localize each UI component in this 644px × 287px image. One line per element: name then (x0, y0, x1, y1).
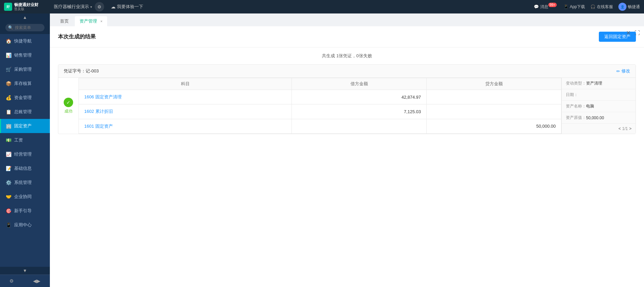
sidebar-item-basic-info[interactable]: 📝 基础信息 (0, 161, 50, 176)
enterprise-icon: 🤝 (5, 194, 11, 199)
online-service-label: 在线客服 (597, 4, 613, 10)
notification-item[interactable]: 💬 消息 99+ (534, 4, 558, 10)
tab-home-label: 首页 (60, 19, 69, 24)
inventory-icon: 📦 (5, 81, 11, 86)
sidebar-item-enterprise[interactable]: 🤝 企业协同 (0, 190, 50, 204)
table-row: 1602 累计折旧 7,125.03 (79, 104, 561, 119)
scroll-up-arrow[interactable]: ▲ (0, 13, 50, 21)
company-selector[interactable]: 医疗器械行业演示 ▾ (54, 4, 92, 10)
subject-cell-2: 1602 累计折旧 (79, 104, 292, 119)
check-circle-icon: ✓ (64, 98, 73, 107)
ledger-icon: 📋 (5, 109, 11, 115)
logo-sub: 普及版 (14, 7, 38, 11)
top-center: 医疗器械行业演示 ▾ ⚙ ☁ 我要体验一下 (54, 2, 534, 11)
settings-icon[interactable]: ⚙ (95, 2, 104, 11)
sidebar-label-inventory: 库存核算 (14, 81, 32, 87)
tab-home[interactable]: 首页 (55, 16, 73, 26)
sidebar-label-basic-info: 基础信息 (14, 165, 32, 171)
edit-label: 修改 (621, 68, 630, 74)
sidebar-item-payroll[interactable]: 💵 工资 (0, 133, 50, 147)
asset-name-row: 资产名称： 电脑 (562, 101, 636, 112)
sidebar-item-search[interactable]: 🔍 (0, 21, 50, 34)
online-service-item[interactable]: 🎧 在线客服 (590, 4, 613, 10)
logo-icon: 好 (4, 3, 12, 11)
top-right: 💬 消息 99+ 📱 App下载 🎧 在线客服 👤 畅捷通 (534, 3, 640, 11)
sidebar-item-system[interactable]: ⚙️ 系统管理 (0, 176, 50, 190)
date-row: 日期： (562, 89, 636, 101)
tab-bar: 首页 资产管理 × (50, 13, 644, 26)
fund-icon: 💰 (5, 95, 11, 100)
col-credit: 贷方金额 (427, 78, 561, 90)
change-type-value: 资产清理 (586, 81, 602, 86)
side-info-panel: 变动类型： 资产清理 日期： 资产名称： 电脑 资产原值： (561, 78, 636, 134)
voucher-table: 科目 借方金额 贷方金额 1606 固定资产清理 42,874.97 (79, 78, 561, 134)
sidebar-bottom: ⚙ ◀▶ (0, 275, 50, 287)
change-type-row: 变动类型： 资产清理 (562, 78, 636, 89)
search-small-icon: 🔍 (8, 25, 13, 30)
logo-main: 畅捷通好业财 (14, 2, 38, 7)
original-value-row: 资产原值： 50,000.00 (562, 112, 636, 124)
sidebar-item-app-center[interactable]: 📱 应用中心 (0, 218, 50, 232)
result-summary: 共生成 1张凭证，0张失败 (50, 47, 644, 64)
app-download-item[interactable]: 📱 App下载 (563, 4, 585, 10)
sidebar-label-quick-nav: 快捷导航 (14, 38, 32, 44)
basic-info-icon: 📝 (5, 166, 11, 171)
headset-icon: 🎧 (590, 4, 595, 9)
sidebar-item-sales[interactable]: 📊 销售管理 (0, 48, 50, 62)
main-layout: ▲ 🔍 🏠 快捷导航 📊 销售管理 🛒 采购管理 📦 (0, 13, 644, 287)
tab-asset-mgmt[interactable]: 资产管理 × (75, 16, 107, 26)
sidebar-item-quick-nav[interactable]: 🏠 快捷导航 (0, 34, 50, 48)
sidebar-label-ledger: 总账管理 (14, 109, 32, 115)
sidebar-item-guide[interactable]: 🎯 新手引导 (0, 204, 50, 218)
original-value-label: 资产原值： (566, 115, 586, 121)
sidebar-item-fund[interactable]: 💰 资金管理 (0, 91, 50, 105)
collapse-icon[interactable]: ◀▶ (33, 278, 40, 284)
credit-cell-1 (427, 90, 561, 104)
table-row: 1601 固定资产 50,000.00 (79, 119, 561, 133)
content-area: 首页 资产管理 × ✕ ⛶ 本次生成的结果 返回固定资产 共生成 1张凭证，0张… (50, 13, 644, 287)
tab-close-icon[interactable]: × (100, 19, 102, 23)
purchase-icon: 🛒 (5, 67, 11, 72)
sidebar-item-fixed-assets[interactable]: 🏢 固定资产 (0, 119, 50, 133)
original-value-value: 50,000.00 (586, 116, 604, 120)
user-item[interactable]: 👤 畅捷通 (618, 3, 640, 11)
settings-bottom-icon[interactable]: ⚙ (9, 278, 14, 284)
sidebar-label-management: 经营管理 (14, 151, 32, 157)
experience-button[interactable]: ☁ 我要体验一下 (111, 4, 143, 10)
expand-panel-icon[interactable]: ⛶ (633, 29, 641, 37)
cloud-icon: ☁ (111, 4, 116, 9)
company-name: 医疗器械行业演示 (54, 4, 89, 10)
username: 畅捷通 (628, 4, 640, 10)
close-panel-icon[interactable]: ✕ (625, 29, 632, 37)
sidebar-label-sales: 销售管理 (14, 52, 32, 58)
success-label: 成功 (64, 108, 72, 114)
sidebar-item-purchase[interactable]: 🛒 采购管理 (0, 62, 50, 76)
app-center-icon: 📱 (5, 222, 11, 228)
notification-badge: 99+ (548, 3, 557, 7)
app-download-label: App下载 (570, 4, 585, 10)
prev-page-icon[interactable]: < (618, 126, 621, 131)
next-page-icon[interactable]: > (629, 126, 632, 131)
subject-cell-1: 1606 固定资产清理 (79, 90, 292, 104)
sidebar: ▲ 🔍 🏠 快捷导航 📊 销售管理 🛒 采购管理 📦 (0, 13, 50, 287)
sidebar-item-inventory[interactable]: 📦 库存核算 (0, 76, 50, 91)
sidebar-label-system: 系统管理 (14, 180, 32, 186)
voucher-number: 凭证字号：记-003 (64, 68, 99, 74)
sidebar-item-ledger[interactable]: 📋 总账管理 (0, 105, 50, 119)
debit-cell-2: 7,125.03 (292, 104, 427, 119)
sidebar-item-management[interactable]: 📈 经营管理 (0, 147, 50, 161)
sales-icon: 📊 (5, 53, 11, 58)
voucher-table-wrapper: ✓ 成功 科目 借方金额 贷方金额 (58, 78, 636, 134)
asset-name-value: 电脑 (586, 103, 594, 109)
page-info: 1/1 (622, 126, 628, 131)
pagination: < 1/1 > (562, 124, 636, 134)
sidebar-scroll: 🔍 🏠 快捷导航 📊 销售管理 🛒 采购管理 📦 库存核算 💰 (0, 21, 50, 267)
edit-button[interactable]: ✏ 修改 (616, 68, 630, 74)
success-mark: ✓ 成功 (58, 78, 79, 134)
fixed-assets-icon: 🏢 (5, 123, 11, 129)
panel-controls: ✕ ⛶ (622, 26, 644, 39)
scroll-down-arrow[interactable]: ▼ (0, 267, 50, 275)
voucher-block: 凭证字号：记-003 ✏ 修改 ✓ 成功 (58, 64, 636, 134)
avatar: 👤 (618, 3, 626, 11)
sidebar-label-fund: 资金管理 (14, 95, 32, 101)
